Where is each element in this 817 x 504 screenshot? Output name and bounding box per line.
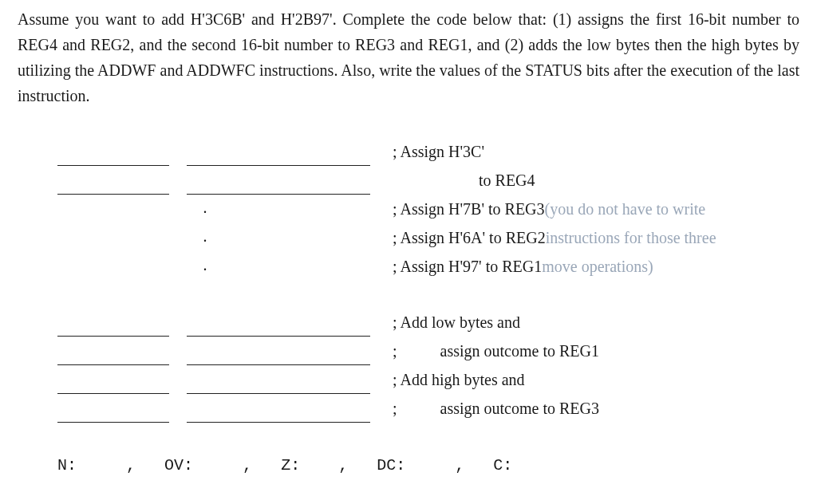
code-left-8 — [18, 367, 385, 394]
problem-statement: Assume you want to add H'3C6B' and H'2B9… — [18, 6, 799, 108]
blank-op-3[interactable] — [57, 318, 169, 337]
status-dc-label: DC: — [377, 456, 405, 474]
code-block: ; Assign H'3C' to REG4 . ; Assign H'7B' … — [18, 137, 799, 423]
comment-4-text: ; Assign H'97' to REG1 — [393, 254, 542, 279]
ellipsis-dot: . — [57, 195, 353, 223]
blank-op-4[interactable] — [57, 347, 169, 365]
blank-arg-3[interactable] — [187, 318, 370, 337]
blank-arg-1[interactable] — [187, 148, 370, 166]
comment-1b-text: to REG4 — [479, 167, 535, 193]
comment-6-pre: ; — [393, 338, 397, 364]
comment-3-text: ; Assign H'6A' to REG2 — [393, 225, 546, 250]
spacer-right — [393, 281, 817, 308]
status-n-label: N: — [57, 456, 77, 474]
comment-2: ; Assign H'7B' to REG3 (you do not have … — [393, 195, 817, 223]
comment-7-text: ; Add high bytes and — [393, 367, 525, 392]
spacer-left — [18, 281, 385, 308]
status-z-label: Z: — [281, 456, 300, 474]
ellipsis-dot: . — [57, 252, 353, 281]
status-sep: , — [455, 456, 464, 474]
comment-8-text: assign outcome to REG3 — [440, 396, 599, 421]
blank-arg-4[interactable] — [187, 347, 370, 365]
comment-1a-text: ; Assign H'3C' — [393, 139, 484, 164]
comment-5-text: ; Add low bytes and — [393, 309, 520, 335]
blank-arg-5[interactable] — [187, 376, 370, 394]
status-sep: , — [338, 456, 348, 474]
comment-6-text: assign outcome to REG1 — [440, 338, 599, 364]
ellipsis-dot: . — [57, 223, 353, 252]
blank-op-5[interactable] — [57, 376, 169, 394]
comment-1a: ; Assign H'3C' — [393, 137, 817, 166]
comment-8-pre: ; — [393, 396, 397, 421]
status-bits-row: N: , OV: , Z: , DC: , C: — [18, 453, 799, 478]
status-c-label: C: — [493, 456, 512, 474]
code-left-4: . — [18, 225, 385, 252]
blank-op-2[interactable] — [57, 176, 169, 195]
comment-4: ; Assign H'97' to REG1 move operations) — [393, 252, 817, 281]
blank-op-6[interactable] — [57, 404, 169, 423]
blank-op-1[interactable] — [57, 148, 169, 166]
status-ov-label: OV: — [164, 456, 193, 474]
status-sep: , — [243, 456, 252, 474]
comment-3-grey: instructions for those three — [546, 225, 716, 250]
code-left-5: . — [18, 254, 385, 281]
status-sep: , — [126, 456, 136, 474]
comment-3: ; Assign H'6A' to REG2 instructions for … — [393, 223, 817, 252]
comment-5: ; Add low bytes and — [393, 308, 817, 337]
comment-7: ; Add high bytes and — [393, 365, 817, 394]
comment-4-grey: move operations) — [542, 254, 653, 279]
code-left-9 — [18, 396, 385, 423]
comment-2-text: ; Assign H'7B' to REG3 — [393, 196, 545, 222]
comment-8: ; assign outcome to REG3 — [393, 394, 817, 423]
blank-arg-2[interactable] — [187, 176, 370, 195]
code-left-6 — [18, 309, 385, 337]
code-left-3: . — [18, 196, 385, 223]
code-left-1 — [18, 139, 385, 166]
comment-2-grey: (you do not have to write — [545, 196, 706, 222]
code-left-2 — [18, 167, 385, 195]
blank-arg-6[interactable] — [187, 404, 370, 423]
comment-6: ; assign outcome to REG1 — [393, 337, 817, 365]
comment-1b: to REG4 — [393, 166, 817, 195]
code-left-7 — [18, 338, 385, 365]
